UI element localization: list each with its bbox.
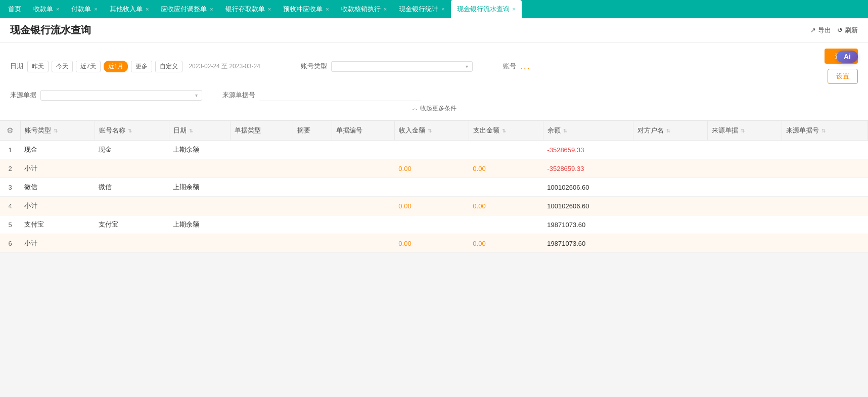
close-icon[interactable]: × <box>326 6 329 12</box>
chevron-down-icon: ▾ <box>466 64 468 69</box>
nav-tab-yinhang[interactable]: 银行存取款单× <box>219 0 277 18</box>
date-label: 日期 <box>10 62 23 71</box>
date-range-display: 2023-02-24 至 2023-03-24 <box>189 62 260 71</box>
top-navigation: 首页 收款单×付款单×其他收入单×应收应付调整单×银行存取款单×预收冲应收单×收… <box>0 0 868 18</box>
nav-tab-liushui[interactable]: 现金银行流水查询× <box>451 0 522 18</box>
date-btn-更多[interactable]: 更多 <box>131 61 152 72</box>
export-button[interactable]: ↗ 导出 <box>810 26 831 35</box>
gear-icon[interactable]: ⚙ <box>7 126 13 135</box>
col-header-counterpart[interactable]: 对方户名⇅ <box>633 121 707 141</box>
collapse-label: 收起更多条件 <box>420 104 456 113</box>
close-icon[interactable]: × <box>441 6 444 12</box>
nav-tab-hexiao[interactable]: 收款核销执行× <box>335 0 393 18</box>
col-header-account_name[interactable]: 账号名称⇅ <box>95 121 169 141</box>
date-buttons-group: 昨天今天近7天近1月更多自定义 <box>27 61 182 72</box>
table-row: 4小计0.000.00100102606.60 <box>0 197 868 215</box>
close-icon[interactable]: × <box>513 6 516 12</box>
refresh-button[interactable]: ↺ 刷新 <box>837 26 858 35</box>
date-btn-近7天[interactable]: 近7天 <box>76 61 101 72</box>
table-row: 3微信微信上期余额100102606.60 <box>0 178 868 197</box>
source-doc-no-input[interactable] <box>259 89 421 101</box>
col-label-account_type: 账号类型 <box>25 126 51 135</box>
sort-icon-expense: ⇅ <box>502 128 506 134</box>
refresh-icon: ↺ <box>837 26 843 34</box>
sort-icon-balance: ⇅ <box>563 128 567 134</box>
sort-icon-account_type: ⇅ <box>54 128 58 134</box>
account-type-label: 账号类型 <box>301 62 327 71</box>
source-doc-no-filter-field: 来源单据号 <box>222 89 421 101</box>
col-header-doc_type: 单据类型 <box>231 121 293 141</box>
ai-badge[interactable]: Ai <box>837 51 858 63</box>
data-table-container: ⚙账号类型⇅账号名称⇅日期⇅单据类型摘要单据编号收入金额⇅支出金额⇅余额⇅对方户… <box>0 120 868 253</box>
col-label-account_name: 账号名称 <box>99 126 125 135</box>
close-icon[interactable]: × <box>210 6 213 12</box>
col-label-summary: 摘要 <box>297 126 310 134</box>
chevron-down-icon-2: ▾ <box>195 93 198 98</box>
settings-button[interactable]: 设置 <box>828 69 858 84</box>
close-icon[interactable]: × <box>384 6 387 12</box>
filter-row-2: 来源单据 ▾ 来源单据号 <box>10 89 858 101</box>
table-row: 6小计0.000.0019871073.60 <box>0 234 868 253</box>
col-header-balance[interactable]: 余额⇅ <box>543 121 633 141</box>
col-label-doc_no: 单据编号 <box>336 126 362 134</box>
source-doc-no-label: 来源单据号 <box>222 91 255 100</box>
export-icon: ↗ <box>810 26 816 34</box>
filter-row-1: 日期 昨天今天近7天近1月更多自定义 2023-02-24 至 2023-03-… <box>10 49 858 84</box>
table-row: 5支付宝支付宝上期余额19871073.60 <box>0 215 868 234</box>
col-label-income: 收入金额 <box>399 126 425 135</box>
date-btn-昨天[interactable]: 昨天 <box>27 61 49 72</box>
export-label: 导出 <box>818 26 831 35</box>
source-doc-label: 来源单据 <box>10 91 36 100</box>
col-label-source_doc_no: 来源单据号 <box>786 126 819 135</box>
account-type-select[interactable]: ▾ <box>331 61 473 72</box>
table-row: 1现金现金上期余额-3528659.33 <box>0 141 868 159</box>
sort-icon-account_name: ⇅ <box>128 128 132 134</box>
account-type-filter-field: 账号类型 ▾ <box>301 61 473 72</box>
sort-icon-source_doc_no: ⇅ <box>821 128 826 134</box>
nav-tab-tongji[interactable]: 现金银行统计× <box>393 0 450 18</box>
filter-area: 日期 昨天今天近7天近1月更多自定义 2023-02-24 至 2023-03-… <box>0 42 868 120</box>
col-header-expense[interactable]: 支出金额⇅ <box>469 121 543 141</box>
date-btn-自定义[interactable]: 自定义 <box>155 61 182 72</box>
col-header-account_type[interactable]: 账号类型⇅ <box>20 121 95 141</box>
sort-icon-income: ⇅ <box>428 128 432 134</box>
nav-tab-qita[interactable]: 其他收入单× <box>104 0 155 18</box>
date-btn-近1月[interactable]: 近1月 <box>104 61 128 72</box>
col-header-source_doc[interactable]: 来源单据⇅ <box>707 121 782 141</box>
col-header-config: ⚙ <box>0 121 20 141</box>
col-header-income[interactable]: 收入金额⇅ <box>394 121 469 141</box>
col-label-date: 日期 <box>173 126 187 135</box>
col-label-expense: 支出金额 <box>473 126 499 135</box>
col-label-source_doc: 来源单据 <box>712 126 738 135</box>
source-doc-select[interactable]: ▾ <box>40 90 202 101</box>
col-label-counterpart: 对方户名 <box>637 126 664 135</box>
dots-button[interactable]: ... <box>520 61 531 72</box>
collapse-bar[interactable]: ︿ 收起更多条件 <box>10 101 858 114</box>
close-icon[interactable]: × <box>146 6 149 12</box>
nav-tab-shoukuan[interactable]: 收款单× <box>27 0 65 18</box>
data-table: ⚙账号类型⇅账号名称⇅日期⇅单据类型摘要单据编号收入金额⇅支出金额⇅余额⇅对方户… <box>0 120 868 253</box>
close-icon[interactable]: × <box>56 6 59 12</box>
nav-home[interactable]: 首页 <box>2 0 27 18</box>
col-header-source_doc_no[interactable]: 来源单据号⇅ <box>782 121 867 141</box>
collapse-icon: ︿ <box>412 104 418 113</box>
date-filter-field: 日期 昨天今天近7天近1月更多自定义 2023-02-24 至 2023-03-… <box>10 61 260 72</box>
header-actions: ↗ 导出 ↺ 刷新 <box>810 26 858 35</box>
nav-tab-yingshou[interactable]: 应收应付调整单× <box>155 0 219 18</box>
account-filter-field: 账号 ... <box>503 61 531 72</box>
page-header: 现金银行流水查询 ↗ 导出 ↺ 刷新 <box>0 18 868 42</box>
close-icon[interactable]: × <box>94 6 97 12</box>
page-title: 现金银行流水查询 <box>10 23 91 37</box>
col-label-balance: 余额 <box>547 126 561 135</box>
nav-tab-yushou[interactable]: 预收冲应收单× <box>277 0 335 18</box>
col-header-date[interactable]: 日期⇅ <box>169 121 231 141</box>
close-icon[interactable]: × <box>268 6 271 12</box>
col-header-doc_no: 单据编号 <box>332 121 395 141</box>
nav-tab-fukuan[interactable]: 付款单× <box>65 0 103 18</box>
account-label: 账号 <box>503 62 516 71</box>
sort-icon-source_doc: ⇅ <box>741 128 745 134</box>
refresh-label: 刷新 <box>845 26 858 35</box>
sort-icon-counterpart: ⇅ <box>666 128 670 134</box>
table-row: 2小计0.000.00-3528659.33 <box>0 159 868 178</box>
date-btn-今天[interactable]: 今天 <box>52 61 73 72</box>
